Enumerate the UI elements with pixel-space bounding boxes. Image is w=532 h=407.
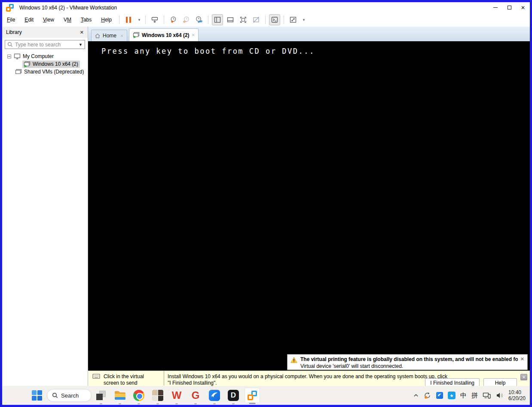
close-icon: ✕	[521, 5, 525, 11]
start-button[interactable]	[30, 388, 44, 403]
folder-icon	[114, 391, 126, 400]
taskbar-app-vmware[interactable]	[245, 388, 260, 403]
show-library-button[interactable]	[212, 14, 223, 25]
collapse-icon[interactable]	[7, 55, 11, 58]
pause-vm-button[interactable]	[123, 14, 134, 25]
vm-region: Home ✕ Windows 10 x64 (2) ✕ Press any ke…	[88, 27, 530, 386]
full-screen-button[interactable]	[238, 14, 249, 25]
photo-grid-icon	[152, 390, 163, 401]
menu-file[interactable]: File	[2, 13, 20, 27]
library-close-button[interactable]: ✕	[80, 30, 84, 35]
search-input[interactable]	[15, 42, 79, 48]
tray-feishu[interactable]	[436, 392, 443, 399]
tray-overflow-button[interactable]	[413, 393, 419, 398]
vm-running-icon	[132, 32, 140, 38]
console-view-button[interactable]	[269, 14, 280, 25]
tab-home[interactable]: Home ✕	[91, 30, 127, 41]
finished-installing-button[interactable]: I Finished Installing	[425, 378, 480, 386]
library-header: Library ✕	[2, 27, 88, 38]
task-view-icon	[96, 390, 106, 401]
tree-item-windows10-vm[interactable]: Windows 10 x64 (2)	[2, 60, 88, 68]
search-icon	[52, 392, 58, 398]
power-options-dropdown[interactable]: ▾	[136, 14, 142, 25]
stretch-options-dropdown[interactable]: ▾	[300, 14, 306, 25]
window-controls: ✕	[489, 2, 530, 13]
volume-button[interactable]	[496, 392, 504, 399]
vm-console-screen[interactable]: Press any key to boot from CD or DVD... …	[88, 41, 530, 370]
taskbar-app-g[interactable]: G	[188, 388, 203, 403]
show-library-icon	[214, 16, 221, 24]
taskbar-app-d[interactable]: D	[226, 388, 241, 403]
home-icon	[95, 33, 101, 39]
notification-close-icon[interactable]: ✕	[520, 356, 524, 362]
feishu-icon	[209, 390, 220, 401]
show-thumbnail-bar-button[interactable]	[225, 14, 236, 25]
menu-toolbar: File Edit View VM Tabs Help ▾	[2, 13, 530, 27]
menu-view[interactable]: View	[38, 13, 59, 27]
unity-mode-icon	[252, 16, 260, 24]
tab-strip: Home ✕ Windows 10 x64 (2) ✕	[88, 27, 530, 41]
taskbar-search[interactable]: Search	[47, 389, 92, 402]
minimize-button[interactable]	[489, 2, 502, 13]
stretch-guest-icon	[289, 16, 297, 24]
taskbar-app-wps[interactable]: W	[169, 388, 184, 403]
keystroke-hint: Click in the virtual screen to send keys…	[104, 373, 160, 386]
help-button[interactable]: Help	[483, 378, 517, 386]
search-icon	[7, 42, 13, 47]
chrome-icon	[133, 390, 144, 401]
tree-item-label: My Computer	[23, 53, 54, 59]
tab-close-icon[interactable]: ✕	[192, 33, 195, 37]
cast-device-icon	[483, 392, 491, 399]
stretch-guest-button[interactable]	[287, 14, 299, 25]
notification-detail: Virtual device 'serial0' will start disc…	[300, 363, 518, 370]
toolbar-separator	[164, 15, 164, 24]
taskbar-app-chrome[interactable]	[131, 388, 147, 403]
library-title: Library	[6, 29, 22, 35]
hint-close-button[interactable]: ✕	[520, 374, 527, 380]
taskbar-clock[interactable]: 10:40 6/20/20	[508, 389, 529, 401]
revert-snapshot-icon	[182, 16, 190, 24]
maximize-button[interactable]	[502, 2, 516, 13]
toolbar-separator	[119, 15, 119, 24]
tray-messenger[interactable]: ★	[448, 392, 456, 399]
ime-pinyin-indicator[interactable]: 拼	[471, 392, 478, 400]
unity-mode-button[interactable]	[251, 14, 262, 25]
taskbar-app-file-explorer[interactable]	[112, 388, 128, 403]
menu-vm[interactable]: VM	[59, 13, 76, 27]
notification-text: The virtual printing feature is globally…	[300, 356, 518, 370]
manage-snapshots-button[interactable]	[193, 14, 205, 25]
close-button[interactable]: ✕	[516, 2, 530, 13]
wps-icon: W	[172, 390, 182, 401]
menu-edit[interactable]: Edit	[20, 13, 38, 27]
library-search-box[interactable]: ▼	[5, 40, 85, 49]
notification-bar: The virtual printing feature is globally…	[287, 354, 528, 370]
ime-mode-indicator[interactable]: 中	[460, 392, 467, 400]
toolbar-separator	[208, 15, 208, 24]
console-view-icon	[271, 16, 278, 24]
close-icon: ✕	[522, 375, 526, 379]
revert-snapshot-button[interactable]	[180, 14, 192, 25]
window-title: Windows 10 x64 (2) - VMware Workstation	[19, 5, 117, 11]
tab-close-icon[interactable]: ✕	[120, 34, 124, 38]
tree-item-shared-vms[interactable]: Shared VMs (Deprecated)	[2, 68, 88, 76]
tree-item-my-computer[interactable]: My Computer	[2, 52, 88, 60]
vm-running-icon	[23, 61, 31, 67]
chevron-up-icon	[413, 393, 419, 398]
taskbar-app-desktop[interactable]	[93, 388, 109, 403]
tray-sync-app[interactable]	[424, 392, 431, 399]
search-dropdown-icon[interactable]: ▼	[79, 43, 83, 47]
take-snapshot-icon	[169, 16, 177, 24]
taskbar-app-feishu[interactable]	[207, 388, 222, 403]
warning-icon	[290, 357, 297, 364]
taskbar-app-photos[interactable]	[150, 388, 165, 403]
hint-buttons: I Finished Installing Help	[425, 378, 517, 386]
maximize-icon	[508, 6, 511, 9]
tab-windows10-vm[interactable]: Windows 10 x64 (2) ✕	[129, 28, 199, 41]
menu-tabs[interactable]: Tabs	[76, 13, 96, 27]
take-snapshot-button[interactable]	[168, 14, 179, 25]
title-bar: Windows 10 x64 (2) - VMware Workstation …	[2, 2, 530, 13]
menu-help[interactable]: Help	[96, 13, 116, 27]
d-app-icon: D	[228, 390, 239, 401]
send-ctrl-alt-del-button[interactable]	[149, 14, 160, 25]
cast-device-button[interactable]	[483, 392, 491, 399]
